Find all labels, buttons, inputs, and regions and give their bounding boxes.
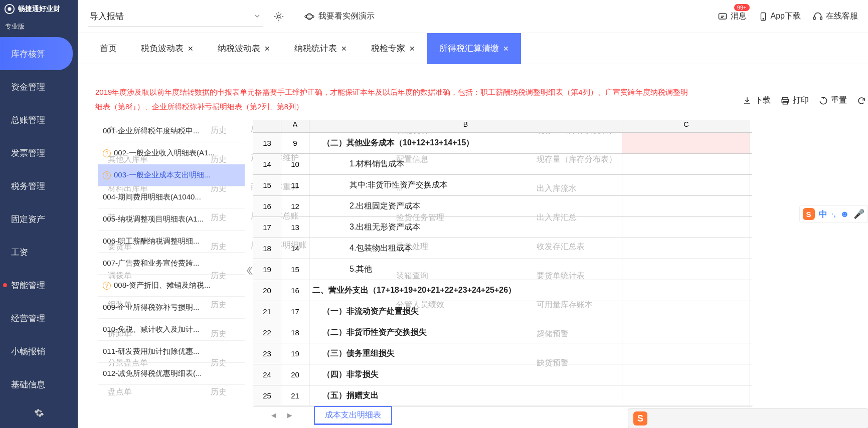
cell-a[interactable]: 21 (281, 385, 309, 406)
reset-button[interactable]: 重置 (819, 95, 847, 106)
report-item-6[interactable]: 007-广告费和业务宣传费跨... (98, 253, 245, 275)
tab-2[interactable]: 纳税波动表✕ (206, 33, 282, 64)
cell-c[interactable] (622, 259, 750, 280)
corner-cell[interactable] (253, 120, 281, 132)
cell-b[interactable]: 2.出租固定资产成本 (309, 196, 622, 217)
cell-b[interactable]: （二）其他业务成本（10+12+13+14+15） (309, 133, 622, 153)
ime-punct[interactable]: ·, (831, 209, 836, 219)
tab-1[interactable]: 税负波动表✕ (129, 33, 206, 64)
tab-4[interactable]: 税检专家✕ (359, 33, 427, 64)
ime-mode[interactable]: 中 (819, 208, 827, 220)
cell-a[interactable]: 11 (281, 175, 309, 195)
report-item-3[interactable]: 004-期间费用明细表(A1040... (98, 186, 245, 208)
sidebar-item-5[interactable]: 固定资产 (0, 202, 78, 236)
cell-c[interactable] (622, 385, 750, 406)
close-icon[interactable]: ✕ (409, 45, 415, 53)
online-service-button[interactable]: 在线客服 (813, 11, 858, 22)
row-number[interactable]: 20 (253, 280, 281, 301)
close-icon[interactable]: ✕ (503, 45, 509, 53)
close-icon[interactable]: ✕ (341, 45, 347, 53)
report-item-10[interactable]: 011-研发费用加计扣除优惠... (98, 341, 245, 363)
col-header-a[interactable]: A (281, 120, 309, 132)
close-icon[interactable]: ✕ (264, 45, 270, 53)
row-number[interactable]: 23 (253, 343, 281, 364)
cell-a[interactable]: 14 (281, 238, 309, 259)
cell-b[interactable]: （三）债务重组损失 (309, 343, 622, 364)
row-number[interactable]: 21 (253, 301, 281, 322)
cell-a[interactable]: 18 (281, 322, 309, 343)
col-header-c[interactable]: C (622, 120, 750, 132)
cell-a[interactable]: 17 (281, 301, 309, 322)
sidebar-item-0[interactable]: 库存核算 (0, 37, 73, 70)
sheet-next-icon[interactable]: ► (286, 411, 294, 420)
tab-5[interactable]: 所得税汇算清缴✕ (427, 33, 521, 64)
cell-c[interactable] (622, 133, 750, 153)
report-item-5[interactable]: 006-职工薪酬纳税调整明细... (98, 231, 245, 253)
refresh-button[interactable] (857, 96, 866, 105)
sidebar-item-2[interactable]: 总账管理 (0, 103, 78, 136)
cell-c[interactable] (622, 301, 750, 322)
cell-c[interactable] (622, 280, 750, 301)
report-item-8[interactable]: 009-企业所得税弥补亏损明... (98, 297, 245, 319)
sidebar-item-8[interactable]: 经营管理 (0, 302, 78, 335)
ime-mic-icon[interactable]: 🎤 (853, 208, 864, 220)
row-number[interactable]: 24 (253, 364, 281, 385)
report-item-7[interactable]: ?008-资产折旧、摊销及纳税... (98, 275, 245, 297)
cell-c[interactable] (622, 196, 750, 217)
sidebar-item-1[interactable]: 资金管理 (0, 70, 78, 103)
row-number[interactable]: 19 (253, 259, 281, 280)
report-item-11[interactable]: 012-减免所得税优惠明细表(... (98, 363, 245, 385)
cell-a[interactable]: 15 (281, 259, 309, 280)
row-number[interactable]: 14 (253, 154, 281, 174)
cell-b[interactable]: （二）非货币性资产交换损失 (309, 322, 622, 343)
ime-face-icon[interactable]: ☻ (840, 209, 849, 220)
sidebar-item-10[interactable]: 基础信息 (0, 368, 78, 401)
row-number[interactable]: 25 (253, 385, 281, 406)
sheet-prev-icon[interactable]: ◄ (270, 411, 278, 420)
row-number[interactable]: 22 (253, 322, 281, 343)
sidebar-item-4[interactable]: 税务管理 (0, 169, 78, 202)
close-icon[interactable]: ✕ (188, 45, 194, 53)
collapse-handle-icon[interactable] (246, 266, 253, 276)
tab-0[interactable]: 首页 (88, 33, 129, 64)
ime-side-widget[interactable]: S 中 ·, ☻ 🎤 (799, 205, 868, 223)
cell-b[interactable]: 4.包装物出租成本 (309, 238, 622, 259)
cell-b[interactable]: （一）非流动资产处置损失 (309, 301, 622, 322)
report-item-4[interactable]: 005-纳税调整项目明细表(A1... (98, 208, 245, 231)
report-item-2[interactable]: ?003-一般企业成本支出明细... (98, 164, 245, 186)
cell-c[interactable] (622, 175, 750, 195)
sidebar-item-9[interactable]: 小畅报销 (0, 335, 78, 368)
cell-b[interactable]: 二、营业外支出（17+18+19+20+21+22+23+24+25+26） (309, 280, 622, 301)
report-item-1[interactable]: ?002-一般企业收入明细表(A1... (98, 142, 245, 164)
cell-c[interactable] (622, 217, 750, 238)
sidebar-item-6[interactable]: 工资 (0, 236, 78, 269)
row-number[interactable]: 15 (253, 175, 281, 195)
cell-b[interactable]: 5.其他 (309, 259, 622, 280)
cell-b[interactable]: （五）捐赠支出 (309, 385, 622, 406)
cell-a[interactable]: 13 (281, 217, 309, 238)
gear-icon[interactable] (273, 11, 284, 22)
download-button[interactable]: 下载 (743, 95, 771, 106)
cell-b[interactable]: 3.出租无形资产成本 (309, 217, 622, 238)
cell-b[interactable]: 其中:非货币性资产交换成本 (309, 175, 622, 195)
sheet-tab-active[interactable]: 成本支出明细表 (314, 406, 392, 425)
report-item-9[interactable]: 010-免税、减计收入及加计... (98, 319, 245, 341)
cell-a[interactable]: 20 (281, 364, 309, 385)
row-number[interactable]: 13 (253, 133, 281, 153)
import-dropdown[interactable]: 导入报错 (88, 7, 263, 27)
settings-icon[interactable] (34, 408, 44, 418)
row-number[interactable]: 17 (253, 217, 281, 238)
sidebar-item-3[interactable]: 发票管理 (0, 136, 78, 169)
cell-a[interactable]: 12 (281, 196, 309, 217)
cell-c[interactable] (622, 364, 750, 385)
cell-a[interactable]: 10 (281, 154, 309, 174)
row-number[interactable]: 16 (253, 196, 281, 217)
cell-c[interactable] (622, 343, 750, 364)
row-number[interactable]: 18 (253, 238, 281, 259)
messages-button[interactable]: 消息 99+ (718, 11, 747, 22)
cell-a[interactable]: 9 (281, 133, 309, 153)
cell-b[interactable]: 1.材料销售成本 (309, 154, 622, 174)
cell-c[interactable] (622, 154, 750, 174)
cell-c[interactable] (622, 322, 750, 343)
sidebar-item-7[interactable]: 智能管理 (0, 269, 78, 302)
